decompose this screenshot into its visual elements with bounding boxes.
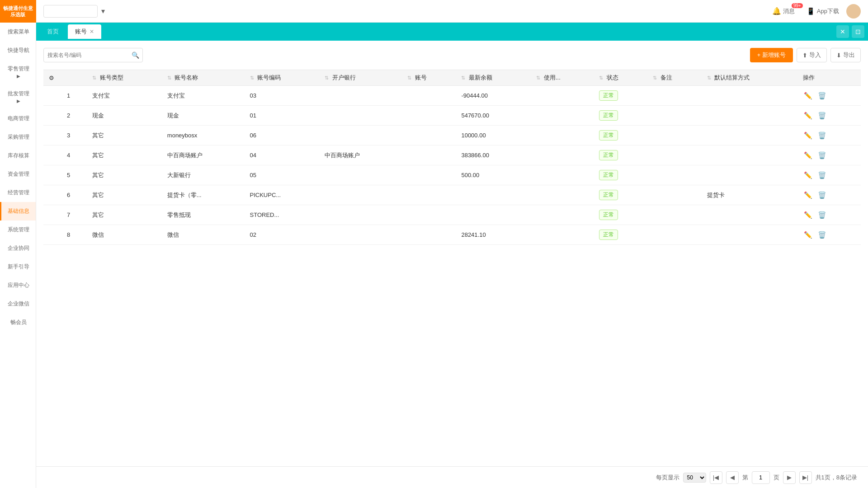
dropdown-button[interactable]: ▾ bbox=[101, 7, 105, 15]
col-status[interactable]: 状态 bbox=[594, 70, 647, 86]
tab-close-btn[interactable]: ✕ bbox=[836, 25, 849, 38]
delete-button[interactable]: 🗑️ bbox=[817, 190, 827, 200]
next-page-button[interactable]: ▶ bbox=[783, 471, 796, 484]
user-avatar[interactable] bbox=[846, 4, 861, 19]
top-header: ▾ 🔔 消息 99+ 📱 App下载 bbox=[36, 0, 868, 23]
app-download-button[interactable]: 📱 App下载 bbox=[807, 7, 839, 15]
col-bank[interactable]: 开户银行 bbox=[319, 70, 402, 86]
tab-close-icon[interactable]: ✕ bbox=[90, 29, 94, 34]
message-button[interactable]: 🔔 消息 99+ bbox=[772, 7, 799, 15]
col-type[interactable]: 账号类型 bbox=[87, 70, 162, 86]
row-settings bbox=[43, 86, 61, 106]
delete-button[interactable]: 🗑️ bbox=[817, 150, 827, 160]
edit-button[interactable]: ✏️ bbox=[803, 170, 813, 180]
sidebar-item-guide[interactable]: 新手引导 bbox=[0, 258, 36, 276]
col-code[interactable]: 账号编码 bbox=[245, 70, 320, 86]
sidebar-item-search[interactable]: 搜索菜单 bbox=[0, 23, 36, 41]
top-search-input[interactable] bbox=[43, 5, 98, 18]
edit-button[interactable]: ✏️ bbox=[803, 190, 813, 200]
row-default-settle bbox=[702, 106, 797, 126]
edit-button[interactable]: ✏️ bbox=[803, 111, 813, 121]
row-actions: ✏️ 🗑️ bbox=[797, 185, 861, 205]
first-page-button[interactable]: |◀ bbox=[710, 471, 722, 484]
sidebar-item-operations[interactable]: 经营管理 bbox=[0, 183, 36, 202]
col-balance[interactable]: 最新余额 bbox=[456, 70, 531, 86]
col-account[interactable]: 账号 bbox=[402, 70, 456, 86]
sidebar-item-wechat[interactable]: 企业微信 bbox=[0, 295, 36, 313]
row-default-settle bbox=[702, 126, 797, 145]
edit-button[interactable]: ✏️ bbox=[803, 150, 813, 160]
row-name: 零售抵现 bbox=[162, 205, 245, 225]
row-type: 其它 bbox=[87, 205, 162, 225]
sidebar-item-basic-info[interactable]: 基础信息 bbox=[0, 202, 36, 221]
row-bank bbox=[319, 126, 402, 145]
sidebar-item-inventory[interactable]: 库存核算 bbox=[0, 146, 36, 165]
edit-button[interactable]: ✏️ bbox=[803, 131, 813, 141]
delete-button[interactable]: 🗑️ bbox=[817, 131, 827, 141]
sidebar-item-purchase[interactable]: 采购管理 bbox=[0, 128, 36, 146]
sidebar-item-finance[interactable]: 资金管理 bbox=[0, 165, 36, 183]
app-logo: 畅捷通付生意乐选版 bbox=[0, 0, 36, 23]
delete-button[interactable]: 🗑️ bbox=[817, 230, 827, 240]
content-area: 🔍 + 新增账号 ⬆ 导入 ⬇ 导出 ⚙ bbox=[36, 41, 868, 488]
col-use[interactable]: 使用... bbox=[531, 70, 594, 86]
sidebar-item-app-center[interactable]: 应用中心 bbox=[0, 276, 36, 295]
edit-button[interactable]: ✏️ bbox=[803, 91, 813, 101]
sidebar-item-wholesale[interactable]: 批发管理 ▶ bbox=[0, 84, 36, 109]
import-button[interactable]: ⬆ 导入 bbox=[797, 48, 827, 62]
sidebar-item-collab[interactable]: 企业协同 bbox=[0, 239, 36, 258]
sidebar-item-label: 电商管理 bbox=[3, 115, 34, 122]
edit-button[interactable]: ✏️ bbox=[803, 210, 813, 220]
sidebar-item-system[interactable]: 系统管理 bbox=[0, 221, 36, 239]
row-settings bbox=[43, 165, 61, 185]
row-balance: -90444.00 bbox=[456, 86, 531, 106]
col-remark[interactable]: 备注 bbox=[647, 70, 701, 86]
export-button[interactable]: ⬇ 导出 bbox=[830, 48, 861, 62]
search-button[interactable]: 🔍 bbox=[128, 48, 142, 62]
last-page-button[interactable]: ▶| bbox=[799, 471, 812, 484]
col-name[interactable]: 账号名称 bbox=[162, 70, 245, 86]
delete-button[interactable]: 🗑️ bbox=[817, 111, 827, 121]
search-input[interactable] bbox=[44, 52, 128, 58]
row-default-settle bbox=[702, 145, 797, 165]
row-settings bbox=[43, 185, 61, 205]
page-size-label: 每页显示 bbox=[656, 474, 679, 482]
col-settings[interactable]: ⚙ bbox=[43, 70, 61, 86]
logo-text: 畅捷通付生意乐选版 bbox=[3, 5, 33, 18]
row-actions: ✏️ 🗑️ bbox=[797, 106, 861, 126]
delete-button[interactable]: 🗑️ bbox=[817, 170, 827, 180]
delete-button[interactable]: 🗑️ bbox=[817, 210, 827, 220]
prev-page-button[interactable]: ◀ bbox=[726, 471, 739, 484]
tab-expand-btn[interactable]: ⊡ bbox=[852, 25, 864, 38]
tab-account[interactable]: 账号 ✕ bbox=[68, 24, 101, 39]
sidebar-item-label: 应用中心 bbox=[3, 282, 34, 289]
sidebar-item-quicknav[interactable]: 快捷导航 bbox=[0, 41, 36, 60]
row-status: 正常 bbox=[594, 145, 647, 165]
table-row: 5 其它 大新银行 05 500.00 正常 ✏️ 🗑️ bbox=[43, 165, 861, 185]
tab-home-label: 首页 bbox=[47, 28, 59, 36]
row-default-settle bbox=[702, 205, 797, 225]
sidebar-item-ecommerce[interactable]: 电商管理 bbox=[0, 109, 36, 128]
row-settings bbox=[43, 126, 61, 145]
sidebar-item-member[interactable]: 畅会员 bbox=[0, 313, 36, 332]
page-size-select[interactable]: 50 100 bbox=[683, 473, 706, 483]
toolbar-left: 🔍 bbox=[43, 48, 143, 62]
delete-button[interactable]: 🗑️ bbox=[817, 91, 827, 101]
settings-icon[interactable]: ⚙ bbox=[49, 75, 54, 81]
col-default-settle[interactable]: 默认结算方式 bbox=[702, 70, 797, 86]
row-account bbox=[402, 126, 456, 145]
row-code: 05 bbox=[245, 165, 320, 185]
sidebar-item-label: 畅会员 bbox=[3, 319, 34, 326]
tab-home[interactable]: 首页 bbox=[40, 24, 66, 39]
sidebar-item-retail[interactable]: 零售管理 ▶ bbox=[0, 60, 36, 84]
page-number-input[interactable] bbox=[752, 471, 770, 484]
table-row: 1 支付宝 支付宝 03 -90444.00 正常 ✏️ 🗑️ bbox=[43, 86, 861, 106]
new-account-button[interactable]: + 新增账号 bbox=[750, 48, 793, 62]
sidebar-item-label: 库存核算 bbox=[3, 152, 34, 160]
row-settings bbox=[43, 205, 61, 225]
row-use bbox=[531, 126, 594, 145]
sidebar-item-label: 搜索菜单 bbox=[3, 28, 34, 36]
sidebar-item-label: 快捷导航 bbox=[3, 47, 34, 54]
row-actions: ✏️ 🗑️ bbox=[797, 126, 861, 145]
edit-button[interactable]: ✏️ bbox=[803, 230, 813, 240]
